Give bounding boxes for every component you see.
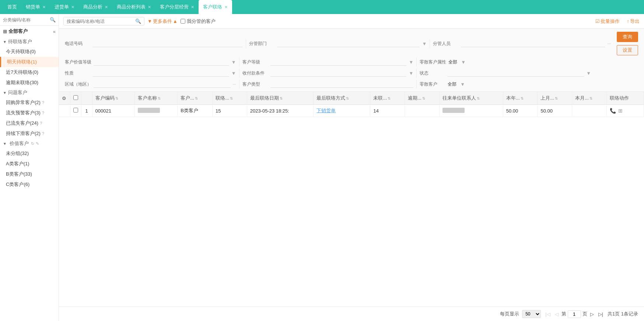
close-goods-list-icon[interactable]: ✕ xyxy=(148,5,151,10)
sort-code-icon[interactable]: ⇅ xyxy=(115,96,118,100)
nav-home[interactable]: 首页 xyxy=(3,0,21,14)
field-region: 区域（地区） ··· xyxy=(65,81,236,88)
retail-attr-dropdown-icon[interactable]: ▼ xyxy=(461,59,466,65)
last-page-btn[interactable]: ▷| xyxy=(597,311,605,318)
sidebar-item-classC[interactable]: C类客户(6) xyxy=(0,179,59,190)
manager-input[interactable] xyxy=(461,40,605,47)
col-unit-contact: 往来单位联系人 ⇅ xyxy=(439,92,503,105)
retail-dropdown-icon[interactable]: ▼ xyxy=(460,82,465,87)
customer-table: ⚙ 客户编码 ⇅ xyxy=(59,92,644,117)
col-checkbox[interactable] xyxy=(70,92,81,105)
call-icon[interactable]: 📞 xyxy=(610,108,616,114)
search-icon[interactable]: 🔍 xyxy=(135,18,141,24)
row-checkbox-cell[interactable] xyxy=(70,105,81,117)
value-level-input[interactable] xyxy=(94,59,229,66)
customer-level-dropdown-icon[interactable]: ▼ xyxy=(409,59,413,65)
sidebar-item-declining[interactable]: 持续下滑客户(2) ? xyxy=(0,128,59,139)
region-more-icon[interactable]: ··· xyxy=(233,82,236,86)
search-box[interactable]: 🔍 xyxy=(63,17,144,25)
gender-dropdown-icon[interactable]: ▼ xyxy=(231,70,236,76)
close-purchase-icon[interactable]: ✕ xyxy=(71,5,74,10)
row-code: 000021 xyxy=(92,105,135,117)
settings-button[interactable]: 设置 xyxy=(617,45,638,55)
manager-more-icon[interactable]: ··· xyxy=(608,41,611,46)
field-phone: 电话号码 xyxy=(65,40,243,47)
sidebar-item-overdue[interactable]: 逾期未联络(30) xyxy=(0,77,59,88)
nav-purchase[interactable]: 进货单 ✕ xyxy=(50,0,79,14)
sidebar-item-7days[interactable]: 近7天待联络(0) xyxy=(0,67,59,77)
sidebar-item-today[interactable]: 今天待联络(0) xyxy=(0,46,59,57)
per-page-select[interactable]: 50 100 200 xyxy=(522,310,541,318)
sidebar-search-icon[interactable]: 🔍 xyxy=(50,17,56,23)
status-dropdown-icon[interactable]: ▼ xyxy=(586,70,591,76)
dept-dropdown-icon[interactable]: ▼ xyxy=(422,41,427,46)
sidebar-all-customers[interactable]: ⊞ 全部客户 « xyxy=(0,26,59,37)
grid-action-icon[interactable]: ⊞ xyxy=(618,108,623,114)
close-tiered-icon[interactable]: ✕ xyxy=(191,5,194,10)
my-customers-filter[interactable]: 我分管的客户 xyxy=(181,18,216,25)
value-level-dropdown-icon[interactable]: ▼ xyxy=(231,59,236,65)
sidebar-item-tomorrow[interactable]: 明天待联络(1) xyxy=(0,57,59,67)
sort-last-month-icon[interactable]: ⇅ xyxy=(555,96,558,100)
close-sales-icon[interactable]: ✕ xyxy=(42,5,46,10)
sort-this-month-icon[interactable]: ⇅ xyxy=(589,96,592,100)
page-input[interactable] xyxy=(568,310,581,318)
search-input[interactable] xyxy=(67,19,135,24)
row-last-method[interactable]: 下销货单 xyxy=(314,105,370,117)
dept-input[interactable] xyxy=(277,40,420,47)
batch-op-btn[interactable]: ☑ 批量操作 xyxy=(595,18,620,25)
status-input[interactable] xyxy=(448,70,584,77)
customer-type-input[interactable] xyxy=(270,81,414,88)
my-customers-checkbox[interactable] xyxy=(181,19,185,24)
row-checkbox[interactable] xyxy=(73,108,78,113)
sidebar-item-classB[interactable]: B类客户(33) xyxy=(0,169,59,179)
edit-icon[interactable]: ✎ xyxy=(36,141,39,146)
nav-goods-analysis[interactable]: 商品分析 ✕ xyxy=(79,0,112,14)
sidebar-item-abnormal[interactable]: 回购异常客户(2) ? xyxy=(0,97,59,108)
nav-sales[interactable]: 销货单 ✕ xyxy=(21,0,50,14)
phone-input[interactable] xyxy=(93,40,243,47)
refresh-icon[interactable]: ↻ xyxy=(31,141,34,146)
nav-goods-analysis-list[interactable]: 商品分析列表 ✕ xyxy=(112,0,155,14)
settings-icon[interactable]: ⚙ xyxy=(62,96,66,101)
prev-page-btn[interactable]: ◁ xyxy=(553,311,560,318)
collapse-icon[interactable]: « xyxy=(53,29,56,34)
sort-this-year-icon[interactable]: ⇅ xyxy=(521,96,524,100)
gender-input[interactable] xyxy=(93,70,229,77)
sidebar-item-ungrouped[interactable]: 未分组(32) xyxy=(0,148,59,159)
more-conditions-btn[interactable]: ▼ 更多条件 ▲ xyxy=(147,18,178,25)
next-page-btn[interactable]: ▷ xyxy=(589,311,595,318)
sidebar-search-input[interactable] xyxy=(3,17,48,23)
select-all-checkbox[interactable] xyxy=(73,95,78,100)
sort-last-method-icon[interactable]: ⇅ xyxy=(346,96,349,100)
payment-dropdown-icon[interactable]: ▼ xyxy=(409,70,413,76)
help-declining-icon[interactable]: ? xyxy=(42,131,44,136)
col-last-month: 上月... ⇅ xyxy=(538,92,572,105)
sort-not-contacted-icon[interactable]: ⇅ xyxy=(388,96,391,100)
row-unit-contact xyxy=(439,105,503,117)
help-abnormal-icon[interactable]: ? xyxy=(42,100,44,105)
help-churned-icon[interactable]: ? xyxy=(40,121,42,125)
sidebar-item-churned[interactable]: 已流失客户(24) ? xyxy=(0,118,59,128)
col-action: 联络动作 xyxy=(606,92,644,105)
sidebar-item-lost[interactable]: 流失预警客户(3) ? xyxy=(0,108,59,118)
sort-name-icon[interactable]: ⇅ xyxy=(158,96,161,100)
customer-level-input[interactable] xyxy=(270,59,407,66)
sort-type-icon[interactable]: ⇅ xyxy=(195,96,198,100)
close-contact-icon[interactable]: ✕ xyxy=(224,5,228,10)
export-btn[interactable]: ↑ 导出 xyxy=(627,18,640,25)
nav-customer-contact[interactable]: 客户联络 ✕ xyxy=(199,0,232,14)
region-input[interactable] xyxy=(94,81,231,88)
sort-unit-icon[interactable]: ⇅ xyxy=(477,96,480,100)
sidebar-item-classA[interactable]: A类客户(1) xyxy=(0,159,59,169)
first-page-btn[interactable]: |◁ xyxy=(544,311,552,318)
query-button[interactable]: 查询 xyxy=(617,32,638,42)
help-lost-icon[interactable]: ? xyxy=(42,111,44,115)
sort-contacts-icon[interactable]: ⇅ xyxy=(230,96,233,100)
payment-input[interactable] xyxy=(270,70,407,77)
close-goods-analysis-icon[interactable]: ✕ xyxy=(105,5,108,10)
sort-overdue-icon[interactable]: ⇅ xyxy=(422,96,425,100)
nav-customer-tiered[interactable]: 客户分层经营 ✕ xyxy=(155,0,199,14)
sidebar-search-box[interactable]: 🔍 xyxy=(0,14,59,26)
sort-last-date-icon[interactable]: ⇅ xyxy=(280,96,283,100)
